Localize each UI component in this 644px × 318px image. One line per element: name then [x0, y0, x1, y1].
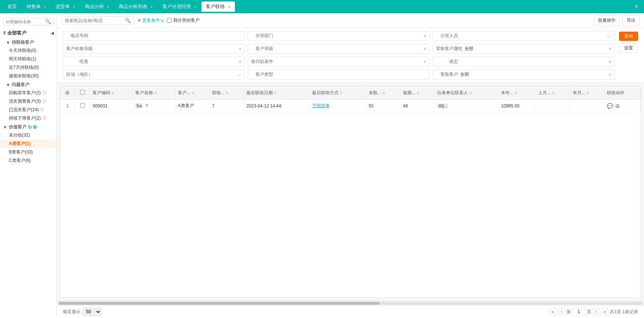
per-page-select[interactable]: 50 20 100: [83, 308, 101, 316]
close-tab-2[interactable]: ×: [107, 4, 109, 9]
nav-tab-purchase[interactable]: 进货单 ×: [51, 1, 79, 12]
row-last-method[interactable]: 下销货单: [310, 100, 366, 112]
per-page-selector[interactable]: 每页显示 50 20 100: [63, 308, 101, 316]
select-all-checkbox[interactable]: [80, 90, 85, 95]
close-tab-1[interactable]: ×: [73, 4, 75, 9]
group-arrow-2: ▼: [6, 82, 10, 88]
more-dots-region: ···: [237, 72, 242, 78]
batch-op-button[interactable]: 批量操作: [594, 15, 620, 25]
row-this-year: 10995.00: [499, 100, 536, 112]
filter-status[interactable]: 状态 ∨: [433, 57, 615, 67]
th-contact[interactable]: 联络... ⇅: [210, 86, 244, 100]
more-conditions-btn[interactable]: ▼ 更多条件 ∨: [137, 17, 164, 24]
filter-nature[interactable]: 性质 ∨: [63, 57, 245, 67]
dropdown-arrow-payment: ∨: [423, 59, 426, 64]
close-tab-4[interactable]: ×: [194, 4, 196, 9]
search-input[interactable]: [65, 18, 124, 23]
th-gear[interactable]: ⚙: [60, 86, 75, 100]
content-area: 🔍 ▼ 更多条件 ∨ 我分管的客户 批量操作 导出: [57, 13, 644, 318]
export-button[interactable]: 导出: [623, 15, 640, 25]
group-pending-contact[interactable]: ▼ 待联络客户: [0, 38, 57, 46]
first-page-btn[interactable]: «: [549, 308, 557, 315]
partner-badge: RE .: [437, 103, 448, 109]
filter-phone[interactable]: 电话号码: [63, 31, 245, 41]
next-page-btn[interactable]: ›: [593, 308, 600, 315]
all-customers-header[interactable]: ⠿ 全部客户 ◀: [0, 28, 57, 38]
filter-scatter-attr[interactable]: 零散客户属性 全部 ∨: [433, 44, 615, 54]
window-close-button[interactable]: ×: [632, 3, 641, 10]
sidebar-item-overdue[interactable]: 逾期未联络(30): [0, 72, 57, 80]
group-arrow-1: ▼: [6, 40, 10, 45]
th-this-month[interactable]: 本月... ⇅: [570, 86, 604, 100]
nav-tab-customer-tier[interactable]: 客户分层经营 ×: [158, 1, 201, 12]
filter-payment[interactable]: 收付款条件 ∨: [248, 57, 430, 67]
th-this-year[interactable]: 本年... ⇅: [499, 86, 536, 100]
query-button[interactable]: 查询: [619, 32, 638, 41]
dropdown-arrow-level: ∨: [423, 46, 426, 51]
sidebar-item-tomorrow[interactable]: 明天待联络(1): [0, 55, 57, 63]
th-overdue[interactable]: 逾期... ⇅: [401, 86, 435, 100]
th-last-date[interactable]: 最后联络日期 ⇅: [244, 86, 310, 100]
filter-scatter-attr-val: 全部: [465, 46, 606, 52]
nav-tab-analysis-list[interactable]: 商品分析列表 ×: [114, 1, 157, 12]
th-name[interactable]: 客户名称 ⇅: [133, 86, 176, 100]
filter-manager[interactable]: 分管人员 ···: [433, 31, 615, 41]
filter-dept[interactable]: 分管部门 ∨: [248, 31, 430, 41]
close-tab-3[interactable]: ×: [150, 4, 153, 9]
horizontal-scrollbar[interactable]: [57, 301, 644, 305]
table-footer: 每页显示 50 20 100 « ‹ 第 页 › » 共1页 1条记录: [57, 305, 644, 318]
nav-tab-salelist[interactable]: 销售单 ×: [22, 1, 50, 12]
sidebar-item-c-class[interactable]: C类客户(6): [0, 156, 57, 165]
th-last-method[interactable]: 最后联络方式 ⇅: [310, 86, 366, 100]
last-page-btn[interactable]: »: [601, 308, 609, 315]
close-tab-5[interactable]: ×: [228, 4, 230, 9]
filter-cust-level[interactable]: 客户等级 ∨: [248, 44, 430, 54]
sidebar-search-input[interactable]: [6, 20, 45, 24]
my-customers-checkbox[interactable]: 我分管的客户: [167, 17, 200, 24]
nav-tab-customer-contact[interactable]: 客户联络 ×: [201, 1, 235, 12]
sort-icon-method: ⇅: [340, 91, 343, 95]
th-last-month[interactable]: 上月... ⇅: [536, 86, 570, 100]
my-customers-check[interactable]: [167, 18, 172, 23]
close-tab-0[interactable]: ×: [44, 4, 46, 9]
page-input[interactable]: [572, 308, 586, 315]
th-code[interactable]: 客户编码 ⇅: [90, 86, 133, 100]
row-checkbox[interactable]: [80, 103, 85, 108]
th-partner-contact[interactable]: 往来单位联系人 ⇅: [435, 86, 499, 100]
sidebar-item-7days[interactable]: 近7天待联络(0): [0, 63, 57, 72]
settings-icon[interactable]: ⚙: [33, 124, 37, 130]
sidebar-search-box[interactable]: 🔍: [3, 18, 54, 25]
gear-button[interactable]: ⚙: [64, 89, 71, 96]
refresh-icon[interactable]: ↻: [28, 124, 32, 130]
sidebar-item-lost[interactable]: 已流失客户(24) ⓘ: [0, 106, 57, 114]
group-problem-customers[interactable]: ▼ 问题客户: [0, 80, 57, 89]
settings-button[interactable]: 设置: [619, 43, 638, 53]
row-code: 000031: [90, 100, 133, 112]
qr-icon[interactable]: ⊞: [615, 103, 620, 109]
filter-scatter-cust[interactable]: 零散客户 全部 ∨: [433, 70, 615, 80]
filter-region[interactable]: 区域（地区） ···: [63, 70, 245, 80]
sidebar-item-at-risk[interactable]: 流失预警客户(3) ⓘ: [0, 97, 57, 106]
sort-icon-lastmonth: ⇅: [552, 91, 555, 95]
sidebar-item-a-class[interactable]: A类客户(1): [0, 139, 57, 148]
last-method-link[interactable]: 下销货单: [312, 103, 330, 108]
sidebar-item-ungroup[interactable]: 未分组(32): [0, 131, 57, 139]
chat-icon[interactable]: 💬: [607, 103, 613, 109]
sidebar-item-declining[interactable]: 持续下滑客户(2) ⓘ: [0, 114, 57, 123]
th-not-contact[interactable]: 未联... ⇅: [366, 86, 401, 100]
filter-cust-type[interactable]: 客户类型: [248, 70, 430, 80]
group-value-customers[interactable]: ▼ 价值客户 ↻ ⚙: [0, 123, 57, 131]
nav-tab-analysis[interactable]: 商品分析 ×: [80, 1, 114, 12]
search-box[interactable]: 🔍: [61, 16, 134, 25]
filter-price-level[interactable]: 客户价格等级 ∨: [63, 44, 245, 54]
sort-icon-contact: ⇅: [226, 91, 229, 95]
th-checkbox: [75, 86, 90, 100]
sidebar-item-today[interactable]: 今天待联络(0): [0, 46, 57, 55]
th-category[interactable]: 客户... ⇅: [175, 86, 210, 100]
prev-page-btn[interactable]: ‹: [558, 308, 565, 315]
sidebar-item-b-class[interactable]: B类客户(33): [0, 148, 57, 156]
nav-home[interactable]: 首页: [3, 3, 21, 10]
row-checkbox-cell[interactable]: [75, 100, 90, 112]
info-icon-2: ⓘ: [40, 107, 44, 113]
sidebar-item-abnormal[interactable]: 回购异常客户(2) ⓘ: [0, 89, 57, 97]
